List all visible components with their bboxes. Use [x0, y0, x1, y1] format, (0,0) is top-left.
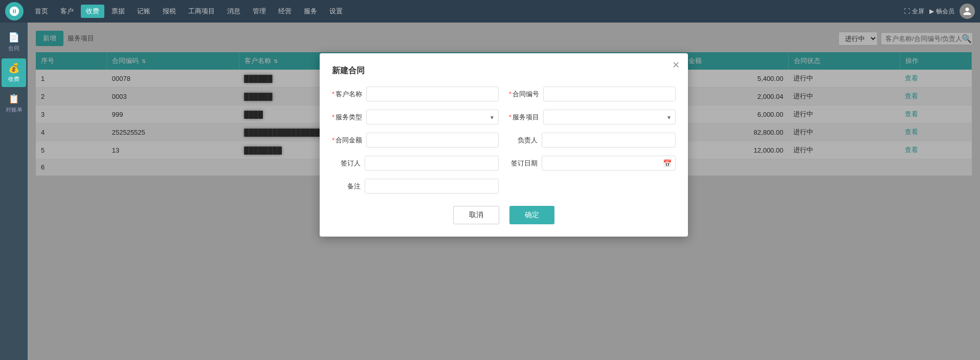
form-group-service-type: *服务类型 ▼ [332, 110, 499, 124]
modal-footer: 取消 确定 [332, 206, 676, 224]
label-customer-name: *客户名称 [332, 90, 362, 99]
form-group-customer-name: *客户名称 [332, 87, 499, 101]
fullscreen-icon: ⛶ [904, 8, 910, 15]
top-navigation: 首页 客户 收费 票据 记账 报税 工商项目 消息 管理 经营 服务 设置 ⛶ … [0, 0, 980, 23]
app-logo[interactable] [5, 2, 24, 20]
new-contract-modal: ✕ 新建合同 *客户名称 *合同编号 [320, 53, 688, 237]
nav-settings[interactable]: 设置 [324, 5, 348, 18]
user-avatar[interactable] [960, 4, 975, 19]
required-star-4: * [509, 113, 511, 121]
label-amount: *合同金额 [332, 136, 362, 145]
modal-overlay: ✕ 新建合同 *客户名称 *合同编号 [28, 23, 980, 360]
input-sign-date[interactable]: 2023-06-06 [542, 156, 676, 171]
nav-customer[interactable]: 客户 [55, 5, 79, 18]
fullscreen-label: 全屏 [912, 7, 924, 16]
nav-invoice[interactable]: 收费 [81, 5, 104, 18]
contract-icon: 📄 [8, 32, 19, 43]
input-responsible[interactable] [542, 133, 676, 147]
form-group-signer: 签订人 [332, 156, 499, 171]
label-signer: 签订人 [332, 159, 361, 168]
required-star-3: * [332, 113, 335, 121]
cancel-button[interactable]: 取消 [453, 206, 499, 224]
sign-date-wrapper: 2023-06-06 📅 [542, 156, 676, 171]
nav-right-area: ⛶ 全屏 ▶ 畅会员 [904, 4, 975, 19]
sidebar-item-contract[interactable]: 📄 合同 [2, 28, 26, 56]
revenue-icon: 💰 [8, 62, 19, 74]
calendar-icon: 📅 [663, 159, 672, 167]
modal-close-button[interactable]: ✕ [672, 59, 680, 71]
input-remarks[interactable] [365, 179, 499, 194]
form-row-1: *客户名称 *合同编号 [332, 87, 676, 101]
required-star-1: * [332, 90, 335, 98]
form-group-amount: *合同金额 0.00 [332, 133, 499, 147]
nav-biz[interactable]: 工商项目 [183, 5, 220, 18]
service-type-wrapper: ▼ [366, 110, 499, 124]
reconcile-icon: 📋 [8, 93, 19, 104]
service-item-wrapper: ▼ [543, 110, 676, 124]
label-contract-no: *合同编号 [509, 90, 539, 99]
nav-ticket[interactable]: 票据 [106, 5, 130, 18]
required-star-5: * [332, 136, 335, 144]
form-row-4: 签订人 签订日期 2023-06-06 📅 [332, 156, 676, 171]
label-service-item: *服务项目 [509, 113, 539, 122]
form-row-5: 备注 [332, 179, 676, 194]
form-group-sign-date: 签订日期 2023-06-06 📅 [509, 156, 676, 171]
form-group-responsible: 负责人 [509, 133, 676, 147]
nav-service[interactable]: 服务 [299, 5, 322, 18]
form-row-2: *服务类型 ▼ *服务项目 [332, 110, 676, 124]
sidebar-item-revenue[interactable]: 💰 收费 [2, 58, 26, 87]
form-group-service-item: *服务项目 ▼ [509, 110, 676, 124]
nav-tax[interactable]: 报税 [158, 5, 181, 18]
nav-account[interactable]: 记账 [132, 5, 155, 18]
vip-icon: ▶ [929, 8, 934, 15]
select-service-item[interactable] [543, 110, 676, 124]
label-remarks: 备注 [332, 182, 361, 191]
label-responsible: 负责人 [509, 136, 538, 145]
label-service-type: *服务类型 [332, 113, 362, 122]
vip-label: 畅会员 [936, 7, 954, 16]
label-sign-date: 签订日期 [509, 159, 538, 168]
sidebar-label-reconcile: 对账单 [6, 106, 23, 114]
sidebar-item-reconcile[interactable]: 📋 对账单 [2, 89, 26, 118]
nav-manage[interactable]: 管理 [248, 5, 271, 18]
input-contract-no[interactable] [543, 87, 676, 101]
sidebar: 📄 合同 💰 收费 📋 对账单 [0, 23, 28, 360]
form-row-3: *合同金额 0.00 负责人 [332, 133, 676, 147]
nav-message[interactable]: 消息 [222, 5, 246, 18]
confirm-button[interactable]: 确定 [509, 206, 554, 224]
form-group-remarks: 备注 [332, 179, 499, 194]
input-signer[interactable] [365, 156, 499, 171]
modal-title: 新建合同 [332, 66, 676, 76]
required-star-2: * [509, 90, 511, 98]
form-group-contract-no: *合同编号 [509, 87, 676, 101]
vip-button[interactable]: ▶ 畅会员 [929, 7, 954, 16]
fullscreen-button[interactable]: ⛶ 全屏 [904, 7, 924, 16]
sidebar-label-revenue: 收费 [8, 75, 19, 83]
main-layout: 📄 合同 💰 收费 📋 对账单 新增 服务项目 进行中 已完成 已终止 � [0, 23, 980, 360]
select-service-type[interactable] [366, 110, 499, 124]
sidebar-label-contract: 合同 [8, 45, 19, 52]
nav-operation[interactable]: 经营 [273, 5, 297, 18]
input-customer-name[interactable] [366, 87, 499, 101]
content-area: 新增 服务项目 进行中 已完成 已终止 🔍 序号 合同编码 ⇅ [28, 23, 980, 360]
input-amount[interactable]: 0.00 [366, 133, 499, 147]
nav-home[interactable]: 首页 [30, 5, 53, 18]
